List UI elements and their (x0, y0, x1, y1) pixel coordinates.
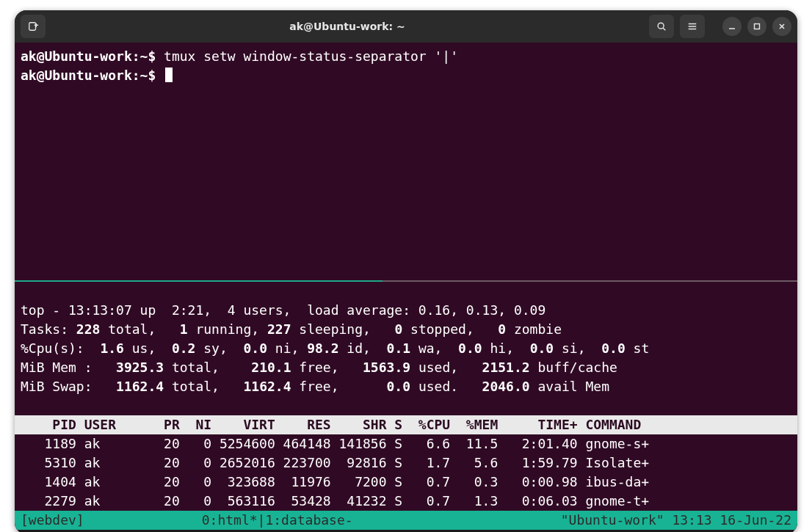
blank-line (15, 123, 797, 142)
maximize-button[interactable] (747, 17, 766, 36)
blank-line (15, 181, 797, 200)
window-title: ak@Ubuntu-work: ~ (46, 21, 649, 32)
hamburger-menu-icon (687, 21, 697, 32)
svg-point-3 (658, 23, 664, 29)
blank-line (15, 161, 797, 181)
blank-line (15, 238, 797, 257)
blank-line (15, 219, 797, 238)
blank-line (15, 282, 797, 301)
terminal-window: ak@Ubuntu-work: ~ (15, 10, 797, 532)
svg-rect-0 (29, 23, 36, 31)
search-button[interactable] (649, 15, 674, 38)
tmux-status-bar[interactable]: [webdev] 0:html*|1:database- "Ubuntu-wor… (15, 511, 797, 530)
prompt: ak@Ubuntu-work:~$ (21, 68, 156, 83)
tmux-status-right: "Ubuntu-work" 13:13 16-Jun-22 (561, 511, 791, 530)
shell-line: ak@Ubuntu-work:~$ tmux setw window-statu… (15, 47, 797, 66)
top-summary-line: top - 13:13:07 up 2:21, 4 users, load av… (15, 301, 797, 320)
prompt: ak@Ubuntu-work:~$ (21, 48, 156, 64)
top-process-row: 1189 ak 20 0 5254600 464148 141856 S 6.6… (15, 434, 797, 453)
close-button[interactable] (772, 17, 791, 36)
top-tasks-line: Tasks: 228 total, 1 running, 227 sleepin… (15, 320, 797, 339)
menu-button[interactable] (680, 15, 705, 38)
new-tab-button[interactable] (21, 15, 46, 38)
close-icon (777, 22, 786, 31)
svg-rect-9 (755, 24, 760, 29)
top-swap-line: MiB Swap: 1162.4 total, 1162.4 free, 0.0… (15, 377, 797, 396)
blank-line (15, 200, 797, 219)
top-cpu-line: %Cpu(s): 1.6 us, 0.2 sy, 0.0 ni, 98.2 id… (15, 339, 797, 358)
top-mem-line: MiB Mem : 3925.3 total, 210.1 free, 1563… (15, 358, 797, 377)
maximize-icon (753, 22, 761, 31)
search-icon (656, 21, 667, 32)
top-process-row: 5310 ak 20 0 2652016 223700 92816 S 1.7 … (15, 453, 797, 473)
pane-divider (15, 280, 797, 282)
cursor (165, 68, 173, 82)
blank-line (15, 396, 797, 415)
blank-line (15, 257, 797, 276)
tmux-session-name: [webdev] (21, 511, 84, 530)
tmux-window-list: 0:html*|1:database- (84, 511, 561, 530)
blank-line (15, 104, 797, 123)
minimize-button[interactable] (722, 17, 742, 36)
top-process-row: 1404 ak 20 0 323688 11976 7200 S 0.7 0.3… (15, 473, 797, 492)
top-process-row: 2279 ak 20 0 563116 53428 41232 S 0.7 1.… (15, 492, 797, 511)
svg-line-4 (663, 28, 665, 30)
minimize-icon (728, 22, 736, 31)
blank-line (15, 142, 797, 161)
command-text: tmux setw window-status-separator '|' (164, 48, 458, 64)
shell-line: ak@Ubuntu-work:~$ (15, 66, 797, 85)
blank-line (15, 85, 797, 104)
top-header: PID USER PR NI VIRT RES SHR S %CPU %MEM … (15, 415, 797, 434)
new-tab-icon (28, 21, 38, 32)
titlebar: ak@Ubuntu-work: ~ (15, 10, 797, 43)
terminal-body[interactable]: ak@Ubuntu-work:~$ tmux setw window-statu… (15, 43, 797, 530)
